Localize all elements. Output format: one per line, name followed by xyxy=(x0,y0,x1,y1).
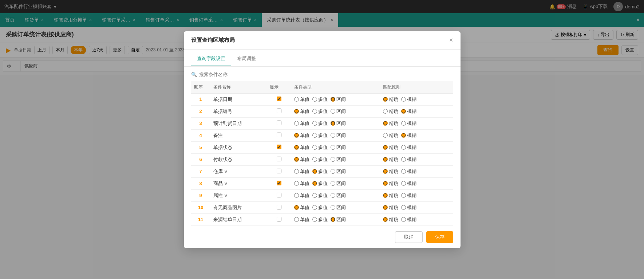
dialog-tabs: 查询字段设置 布局调整 xyxy=(184,50,461,67)
dialog-title: 设置查询区域布局 xyxy=(191,37,235,44)
dialog-tab-field-settings[interactable]: 查询字段设置 xyxy=(191,53,231,66)
dialog-tab-layout-adjust[interactable]: 布局调整 xyxy=(231,53,262,66)
modal-overlay: 设置查询区域布局 × 查询字段设置 布局调整 🔍 顺序 条件名称 xyxy=(0,0,644,75)
dialog-search-icon: 🔍 xyxy=(191,72,197,75)
dialog-header: 设置查询区域布局 × xyxy=(184,31,461,50)
dialog-search-input[interactable] xyxy=(199,70,272,75)
dialog-close-button[interactable]: × xyxy=(449,36,453,44)
dialog-search-section: 🔍 xyxy=(184,67,461,75)
dialog-tab-layout-adjust-label: 布局调整 xyxy=(237,56,256,61)
dialog-tab-field-settings-label: 查询字段设置 xyxy=(197,56,225,61)
settings-dialog: 设置查询区域布局 × 查询字段设置 布局调整 🔍 顺序 条件名称 xyxy=(184,31,461,75)
